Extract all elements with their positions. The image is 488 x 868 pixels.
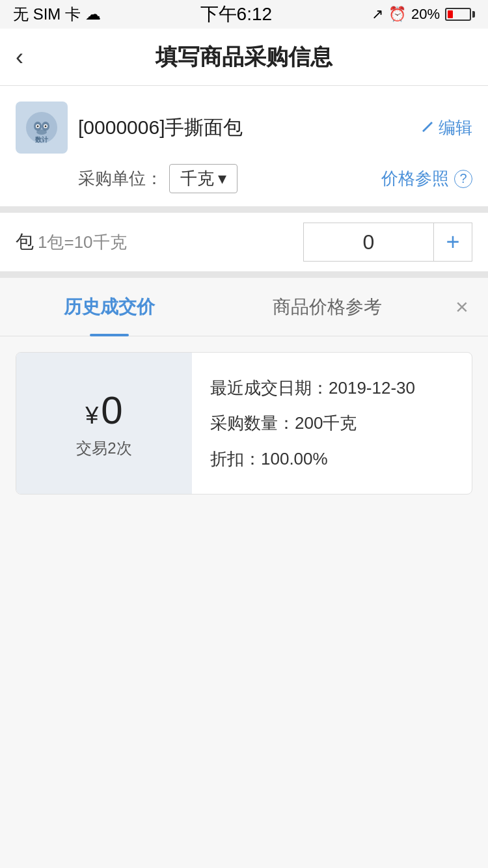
- section-divider: [0, 206, 488, 213]
- tabs-row: 历史成交价 商品价格参考 ×: [0, 278, 488, 336]
- unit-row: 采购单位： 千克 ▾: [78, 164, 237, 193]
- quantity-input[interactable]: [303, 223, 433, 262]
- discount-label: 折扣：: [210, 449, 261, 468]
- battery-pct: 20%: [411, 6, 440, 23]
- price-card-section: ¥ 0 交易2次 最近成交日期：2019-12-30 采购数量：200千克 折扣…: [0, 336, 488, 510]
- status-right: ↗ ⏰ 20%: [372, 6, 475, 23]
- svg-text:数计: 数计: [34, 136, 49, 143]
- discount-value: 100.00%: [261, 449, 328, 468]
- tab-history-label: 历史成交价: [64, 295, 155, 319]
- purchase-quantity-row: 采购数量：200千克: [210, 411, 454, 435]
- quantity-plus-button[interactable]: +: [433, 223, 472, 262]
- price-amount: ¥ 0: [85, 388, 122, 433]
- quantity-row: 包 1包=10千克 +: [0, 213, 488, 271]
- conversion-label: 1包=10千克: [38, 231, 127, 254]
- quantity-input-wrap: +: [140, 223, 472, 262]
- edit-label: 编辑: [439, 116, 472, 139]
- page-title: 填写商品采购信息: [156, 42, 332, 72]
- svg-point-7: [36, 129, 47, 135]
- main-body: [0, 510, 488, 868]
- close-button[interactable]: ×: [436, 294, 488, 319]
- svg-point-5: [37, 126, 39, 128]
- tab-history-price[interactable]: 历史成交价: [0, 278, 218, 336]
- header: ‹ 填写商品采购信息: [0, 29, 488, 86]
- tab-product-price[interactable]: 商品价格参考: [218, 278, 436, 336]
- price-card: ¥ 0 交易2次 最近成交日期：2019-12-30 采购数量：200千克 折扣…: [16, 352, 472, 495]
- price-reference-button[interactable]: 价格参照 ?: [381, 167, 472, 190]
- price-card-right: 最近成交日期：2019-12-30 采购数量：200千克 折扣：100.00%: [192, 353, 472, 494]
- unit-value: 千克: [180, 167, 214, 190]
- tab-active-indicator: [90, 334, 129, 336]
- price-currency-symbol: ¥: [85, 402, 98, 429]
- alarm-icon: ⏰: [388, 6, 406, 23]
- status-left: 无 SIM 卡 ☁: [13, 4, 101, 25]
- trades-count: 交易2次: [76, 438, 131, 459]
- latest-date-label: 最近成交日期：: [210, 378, 329, 398]
- edit-button[interactable]: 编辑: [420, 116, 472, 139]
- unit-select[interactable]: 千克 ▾: [169, 164, 237, 193]
- product-top-row: 数计 [0000006]手撕面包 编辑: [16, 102, 472, 154]
- edit-icon: [420, 120, 435, 135]
- dropdown-arrow-icon: ▾: [218, 169, 226, 189]
- unit-label: 采购单位：: [78, 167, 163, 190]
- location-icon: ↗: [372, 6, 383, 23]
- battery-indicator: [445, 8, 475, 21]
- tab-product-label: 商品价格参考: [273, 295, 382, 319]
- product-thumbnail: 数计: [16, 102, 68, 154]
- package-label: 包: [16, 230, 34, 254]
- price-card-left: ¥ 0 交易2次: [16, 353, 192, 494]
- latest-date-value: 2019-12-30: [329, 378, 415, 398]
- latest-date-row: 最近成交日期：2019-12-30: [210, 376, 454, 400]
- no-sim-label: 无 SIM 卡 ☁: [13, 4, 101, 25]
- purchase-qty-label: 采购数量：: [210, 413, 295, 433]
- status-time: 下午6:12: [200, 2, 273, 27]
- help-icon: ?: [454, 170, 472, 188]
- price-value: 0: [101, 388, 122, 433]
- back-button[interactable]: ‹: [16, 44, 23, 71]
- svg-point-6: [45, 126, 47, 128]
- price-ref-label: 价格参照: [381, 167, 449, 190]
- purchase-qty-value: 200千克: [295, 413, 357, 433]
- discount-row: 折扣：100.00%: [210, 447, 454, 470]
- status-bar: 无 SIM 卡 ☁ 下午6:12 ↗ ⏰ 20%: [0, 0, 488, 29]
- product-section: 数计 [0000006]手撕面包 编辑 采购单位： 千克 ▾ 价格参照 ?: [0, 86, 488, 206]
- section-divider-2: [0, 271, 488, 278]
- product-logo-icon: 数计: [23, 109, 60, 146]
- product-name: [0000006]手撕面包: [78, 115, 243, 141]
- product-info: 数计 [0000006]手撕面包: [16, 102, 243, 154]
- product-bottom-row: 采购单位： 千克 ▾ 价格参照 ?: [78, 164, 472, 193]
- quantity-label: 包 1包=10千克: [16, 230, 127, 254]
